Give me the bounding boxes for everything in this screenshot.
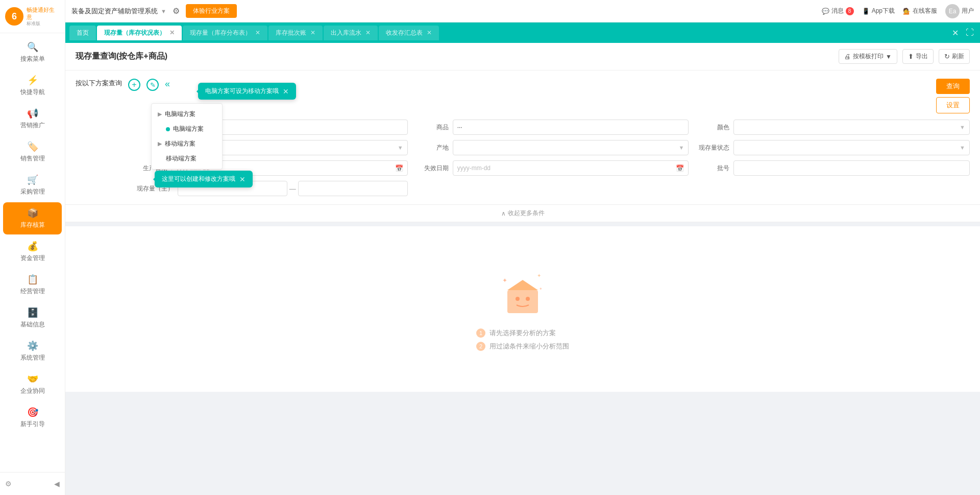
color-select-arrow: ▼ xyxy=(960,124,965,130)
sidebar-item-quick-nav[interactable]: ⚡ 快捷导航 xyxy=(3,69,62,102)
stock-status-label: 现存量状态 xyxy=(699,144,729,152)
tab-close-all-btn[interactable]: ✕ xyxy=(950,27,961,39)
sidebar-item-finance[interactable]: 💰 资金管理 xyxy=(3,235,62,268)
collapse-btn[interactable]: ∧ 收起更多条件 xyxy=(501,209,545,218)
scheme-mobile-label: 移动端方案 xyxy=(165,139,195,148)
tab-fullscreen-btn[interactable]: ⛶ xyxy=(964,27,976,39)
logo-text: 畅捷通好生意 标准版 xyxy=(27,6,60,27)
svg-rect-0 xyxy=(507,290,538,313)
sidebar-item-enterprise[interactable]: 🤝 企业协同 xyxy=(3,368,62,400)
online-support-btn[interactable]: 💁 在线客服 xyxy=(903,7,937,15)
svg-text:✦: ✦ xyxy=(539,287,543,291)
stock-status-select-arrow: ▼ xyxy=(960,145,965,151)
sidebar-collapse-btn[interactable]: ◀ xyxy=(52,478,62,490)
sidebar-item-sales[interactable]: 🏷️ 销售管理 xyxy=(3,136,62,168)
app-download-icon: 📱 xyxy=(862,8,870,15)
sidebar-settings-btn[interactable]: ⚙ xyxy=(3,478,14,490)
inventory-icon: 📦 xyxy=(27,207,38,219)
scheme-desktop-arrow: ▶ xyxy=(158,111,162,117)
origin-field: 产地 ▼ xyxy=(418,140,689,155)
sidebar-bottom: ⚙ ◀ xyxy=(0,472,65,495)
industry-btn[interactable]: 体验行业方案 xyxy=(186,4,237,18)
tooltip-desktop-close[interactable]: ✕ xyxy=(283,87,289,96)
scheme-mobile-item[interactable]: 移动端方案 xyxy=(152,151,222,166)
stock-status-select[interactable]: ▼ xyxy=(733,140,970,155)
sidebar-item-guide[interactable]: 🎯 新手引导 xyxy=(3,402,62,434)
header-gear-icon[interactable]: ⚙ xyxy=(173,6,180,16)
online-support-icon: 💁 xyxy=(903,8,911,15)
search-btn[interactable]: 查询 xyxy=(936,79,970,94)
color-select[interactable]: ▼ xyxy=(733,120,970,135)
system-select-arrow[interactable]: ▼ xyxy=(161,8,166,14)
tab-close-in-out-flow[interactable]: ✕ xyxy=(365,29,371,36)
sidebar: 6 畅捷通好生意 标准版 🔍 搜索菜单 ⚡ 快捷导航 📢 营销推广 🏷️ 销售管… xyxy=(0,0,65,495)
origin-select-arrow: ▼ xyxy=(678,145,684,151)
collapse-up-arrow: ∧ xyxy=(501,210,506,217)
export-btn[interactable]: ⬆ 导出 xyxy=(902,49,934,64)
tab-close-recv-summary[interactable]: ✕ xyxy=(427,29,432,36)
filter-fields-row3: 生产日期 yyyy-mm-dd 📅 失效日期 yyyy-mm-dd 📅 批号 xyxy=(137,160,970,176)
svg-point-5 xyxy=(526,297,530,301)
tab-home[interactable]: 首页 xyxy=(69,26,96,40)
tab-close-inventory-status[interactable]: ✕ xyxy=(169,29,175,36)
sidebar-item-operations[interactable]: 📋 经营管理 xyxy=(3,269,62,301)
sidebar-item-search-menu[interactable]: 🔍 搜索菜单 xyxy=(3,36,62,68)
expiry-date-icon: 📅 xyxy=(676,164,684,172)
app-download-btn[interactable]: 📱 App下载 xyxy=(862,7,895,15)
set-btn[interactable]: 设置 xyxy=(936,97,970,113)
expiry-date-input[interactable]: yyyy-mm-dd 📅 xyxy=(453,160,689,176)
sidebar-item-system[interactable]: ⚙️ 系统管理 xyxy=(3,335,62,367)
scheme-mobile-group[interactable]: ▶ 移动端方案 xyxy=(152,136,222,151)
edit-scheme-btn[interactable]: ✎ xyxy=(146,79,159,91)
filter-scheme-row: 按以下方案查询 + ✎ « 电脑方案可设为移动方案哦 ✕ ▶ 电脑端方案 电脑端… xyxy=(76,79,970,113)
tooltip-desktop-text: 电脑方案可设为移动方案哦 xyxy=(205,87,279,96)
print-btn[interactable]: 🖨 按模板打印 ▼ xyxy=(839,49,897,64)
sidebar-item-label: 基础信息 xyxy=(20,320,45,329)
refresh-icon: ↻ xyxy=(944,53,950,60)
message-btn[interactable]: 💬 消息 8 xyxy=(822,7,854,15)
tab-close-batch-ledger[interactable]: ✕ xyxy=(310,29,315,36)
stock-qty-max[interactable] xyxy=(298,181,408,196)
production-date-icon: 📅 xyxy=(395,164,403,172)
finance-icon: 💰 xyxy=(27,241,38,252)
sidebar-item-label: 快捷导航 xyxy=(20,88,45,97)
export-icon: ⬆ xyxy=(908,53,914,60)
system-name: 装备及固定资产辅助管理系统 ▼ xyxy=(71,7,166,16)
tab-inventory-status[interactable]: 现存量（库存状况表） ✕ xyxy=(97,26,182,40)
tooltip-scheme-close[interactable]: ✕ xyxy=(239,175,246,183)
batch-no-input[interactable] xyxy=(733,160,970,176)
sidebar-item-label: 企业协同 xyxy=(20,387,45,395)
sidebar-item-inventory[interactable]: 📦 库存核算 xyxy=(3,202,62,234)
expiry-date-placeholder: yyyy-mm-dd xyxy=(457,164,491,172)
filter-fields-row4: 现存量（主） — xyxy=(137,181,970,196)
message-label: 消息 xyxy=(831,7,844,15)
right-action-btns: 查询 设置 xyxy=(936,79,970,113)
sidebar-item-purchase[interactable]: 🛒 采购管理 xyxy=(3,169,62,201)
logo-badge: 标准版 xyxy=(27,21,60,27)
tab-bar: 首页 现存量（库存状况表） ✕ 现存量（库存分布表） ✕ 库存批次账 ✕ 出入库… xyxy=(65,22,980,43)
refresh-label: 刷新 xyxy=(952,52,964,61)
scheme-desktop-group[interactable]: ▶ 电脑端方案 xyxy=(152,107,222,122)
goods-label: 商品 xyxy=(418,123,449,132)
filter-fields-row1: 仓库 ··· 商品 ··· 颜色 ▼ xyxy=(137,120,970,135)
tab-batch-ledger[interactable]: 库存批次账 ✕ xyxy=(268,26,323,40)
origin-select[interactable]: ▼ xyxy=(453,140,689,155)
tab-recv-summary[interactable]: 收发存汇总表 ✕ xyxy=(379,26,439,40)
export-label: 导出 xyxy=(916,52,928,61)
scheme-desktop-item[interactable]: 电脑端方案 xyxy=(152,122,222,136)
tab-close-inventory-dist[interactable]: ✕ xyxy=(255,29,260,36)
guide-icon: 🎯 xyxy=(27,407,38,418)
goods-input[interactable]: ··· xyxy=(453,120,689,135)
logo-icon: 6 xyxy=(5,7,23,26)
user-btn[interactable]: Ea 用户 xyxy=(945,4,974,18)
logo-area: 6 畅捷通好生意 标准版 xyxy=(0,0,65,33)
tab-in-out-flow[interactable]: 出入库流水 ✕ xyxy=(324,26,378,40)
refresh-btn[interactable]: ↻ 刷新 xyxy=(939,49,970,64)
tab-inventory-dist[interactable]: 现存量（库存分布表） ✕ xyxy=(183,26,267,40)
quick-nav-icon: ⚡ xyxy=(27,75,38,86)
add-scheme-btn[interactable]: + xyxy=(128,79,140,91)
svg-text:✦: ✦ xyxy=(502,277,507,284)
sidebar-item-basic-info[interactable]: 🗄️ 基础信息 xyxy=(3,302,62,334)
sidebar-item-marketing[interactable]: 📢 营销推广 xyxy=(3,103,62,135)
back-btn[interactable]: « xyxy=(165,79,170,89)
